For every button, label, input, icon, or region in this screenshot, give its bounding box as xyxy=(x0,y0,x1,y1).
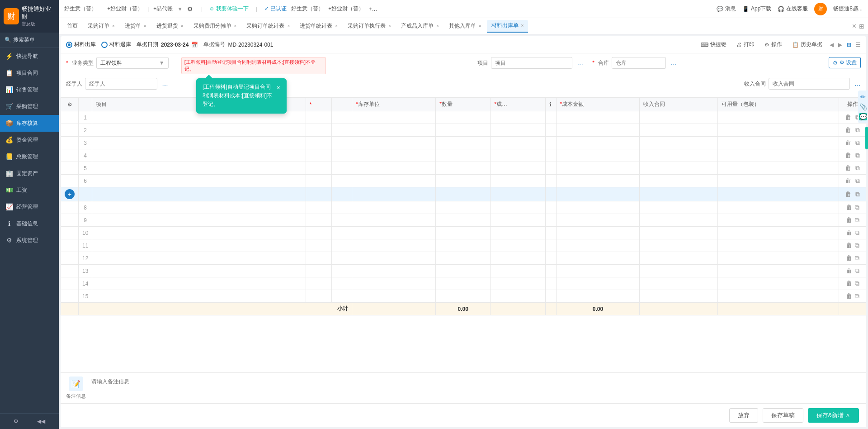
delete-row-btn[interactable]: 🗑 xyxy=(844,292,854,300)
row-project[interactable] xyxy=(92,137,306,149)
sidebar-item-ledger[interactable]: 📒 总账管理 xyxy=(0,148,59,165)
row-project[interactable] xyxy=(92,124,306,137)
tab-other-inbound[interactable]: 其他入库单× xyxy=(444,20,486,33)
tab-finished-goods[interactable]: 产成品入库单× xyxy=(396,20,443,33)
topbar-online-service[interactable]: 🎧 在线客服 xyxy=(778,5,808,13)
user-avatar[interactable]: 财 xyxy=(814,3,827,15)
next-record-icon[interactable]: ▶ xyxy=(838,42,842,48)
notes-input[interactable] xyxy=(90,377,861,386)
row-cost-price[interactable] xyxy=(491,137,545,149)
row-cost-price[interactable] xyxy=(491,162,545,175)
tooltip-close-btn[interactable]: × xyxy=(277,83,280,93)
project-ellipsis[interactable]: … xyxy=(577,59,583,67)
copy-row-btn[interactable]: ⧉ xyxy=(854,177,861,184)
row-cost-amount[interactable] xyxy=(556,111,640,124)
handler-input[interactable] xyxy=(85,78,157,90)
delete-row-btn[interactable]: 🗑 xyxy=(844,204,854,211)
topbar-dropdown-btn[interactable]: ▼ xyxy=(177,6,183,12)
delete-row-btn[interactable]: 🗑 xyxy=(844,229,854,236)
row-income-contract[interactable] xyxy=(640,175,717,187)
delete-row-btn[interactable]: 🗑 xyxy=(844,216,854,224)
delete-row-btn[interactable]: 🗑 xyxy=(844,152,853,159)
tab-close-icon[interactable]: × xyxy=(112,24,115,29)
row-material[interactable] xyxy=(306,149,332,162)
sidebar-item-salary[interactable]: 💵 工资 xyxy=(0,182,59,199)
row-income-contract[interactable] xyxy=(640,162,717,175)
income-contract-input[interactable] xyxy=(769,78,850,90)
row-unit[interactable] xyxy=(352,137,436,149)
delete-row-btn[interactable]: 🗑 xyxy=(844,177,853,184)
warehouse-ellipsis[interactable]: … xyxy=(670,59,677,67)
delete-row-btn[interactable]: 🗑 xyxy=(844,139,853,146)
tab-inbound[interactable]: 进货单× xyxy=(120,20,151,33)
delete-row-btn[interactable]: 🗑 xyxy=(844,280,854,287)
settings-config-btn[interactable]: ⚙ ⚙ 设置 xyxy=(829,57,861,68)
row-cost-amount[interactable] xyxy=(556,162,640,175)
row-cost-amount[interactable] xyxy=(556,149,640,162)
prev-record-icon[interactable]: ◀ xyxy=(830,42,834,48)
tab-home[interactable]: 首页 xyxy=(62,20,82,33)
row-spec[interactable] xyxy=(332,111,352,124)
row-cost-amount[interactable] xyxy=(556,137,640,149)
row-material[interactable] xyxy=(306,124,332,137)
radio-material-out[interactable]: 材料出库 xyxy=(66,41,96,48)
row-spec[interactable] xyxy=(332,137,352,149)
row-input-cell-2[interactable] xyxy=(92,187,306,201)
tab-material-outbound[interactable]: 材料出库单× xyxy=(487,20,528,33)
sidebar-item-inventory[interactable]: 📦 库存核算 xyxy=(0,115,59,132)
tab-purchase-exec[interactable]: 采购订单执行表× xyxy=(343,20,396,33)
row-qty[interactable] xyxy=(436,111,491,124)
operations-btn[interactable]: ⚙ 操作 xyxy=(762,40,785,49)
row-material[interactable] xyxy=(306,175,332,187)
list-view-icon[interactable]: ☰ xyxy=(856,42,861,48)
row-project[interactable] xyxy=(92,175,306,187)
topbar-link-goodfinance[interactable]: +好业财（普） xyxy=(107,5,143,13)
delete-row-btn[interactable]: 🗑 xyxy=(844,164,853,172)
tab-close-icon[interactable]: × xyxy=(335,24,338,29)
copy-row-btn[interactable]: ⧉ xyxy=(854,254,861,262)
row-cost-price[interactable] xyxy=(491,111,545,124)
sidebar-item-basic[interactable]: ℹ 基础信息 xyxy=(0,215,59,232)
right-panel-edit-icon[interactable]: ✏ xyxy=(859,93,867,100)
row-unit[interactable] xyxy=(352,124,436,137)
row-unit[interactable] xyxy=(352,162,436,175)
row-income-contract[interactable] xyxy=(640,137,717,149)
row-cost-price[interactable] xyxy=(491,124,545,137)
collapse-icon[interactable]: ◀◀ xyxy=(37,418,45,424)
row-cost-amount[interactable] xyxy=(556,187,640,201)
tab-purchase-fee[interactable]: 采购费用分摊单× xyxy=(189,20,241,33)
topbar-link-goodbiz2[interactable]: 好生意（普） xyxy=(291,5,324,13)
warehouse-input[interactable] xyxy=(612,57,666,69)
grid-view-icon[interactable]: ⊞ xyxy=(847,42,851,48)
sidebar-item-system[interactable]: ⚙ 系统管理 xyxy=(0,232,59,249)
row-unit[interactable] xyxy=(352,149,436,162)
row-spec[interactable] xyxy=(332,175,352,187)
row-cost-amount[interactable] xyxy=(556,124,640,137)
tab-close-icon[interactable]: × xyxy=(287,24,290,29)
topbar-link-goodfinance2[interactable]: +好业财（普） xyxy=(328,5,364,13)
add-row-btn[interactable]: + xyxy=(65,189,75,199)
project-input[interactable] xyxy=(491,57,572,69)
row-spec[interactable] xyxy=(332,124,352,137)
row-project[interactable] xyxy=(92,149,306,162)
tab-close-icon[interactable]: × xyxy=(436,24,439,29)
tab-list-icon[interactable]: ⊞ xyxy=(859,23,864,30)
radio-material-return[interactable]: 材料退库 xyxy=(101,41,131,48)
tab-close-icon[interactable]: × xyxy=(388,24,391,29)
close-all-icon[interactable]: × xyxy=(852,22,856,30)
shortcut-key-btn[interactable]: ⌨ 快捷键 xyxy=(698,40,729,49)
tab-purchase-stats[interactable]: 采购订单统计表× xyxy=(242,20,294,33)
row-unit[interactable] xyxy=(352,111,436,124)
sidebar-item-assets[interactable]: 🏢 固定资产 xyxy=(0,165,59,182)
delete-row-btn[interactable]: 🗑 xyxy=(844,191,853,198)
copy-row-btn[interactable]: ⧉ xyxy=(854,292,861,300)
row-inline-input-2[interactable] xyxy=(92,190,305,199)
tab-close-active-icon[interactable]: × xyxy=(521,23,524,28)
sidebar-item-operations[interactable]: 📈 经营管理 xyxy=(0,199,59,215)
right-panel-comment-icon[interactable]: 💬 xyxy=(859,113,867,120)
row-qty[interactable] xyxy=(436,149,491,162)
row-income-contract[interactable] xyxy=(640,149,717,162)
save-new-button[interactable]: 保存&新增 ∧ xyxy=(808,408,859,423)
topbar-link-goodbiz[interactable]: 好生意（普） xyxy=(64,5,97,13)
row-material[interactable] xyxy=(306,162,332,175)
